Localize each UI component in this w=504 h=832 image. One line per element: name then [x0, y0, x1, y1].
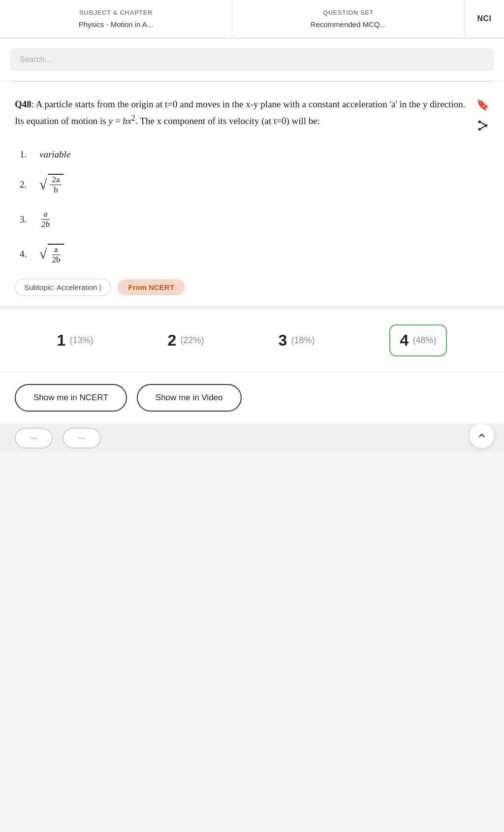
answer-num-1: 1 [57, 331, 66, 350]
action-buttons: Show me in NCERT Show me in Video [0, 371, 504, 423]
svg-point-2 [478, 128, 480, 130]
svg-line-4 [480, 126, 484, 128]
ncert-badge[interactable]: From NCERT [118, 279, 185, 295]
svg-point-0 [478, 121, 480, 123]
answer-num-4: 4 [400, 331, 409, 350]
chevron-up-button[interactable] [470, 423, 494, 448]
option-2-expr: √ 2a b [39, 174, 63, 195]
tab-subject-chapter[interactable]: Subject & Chapter Physics - Motion in A.… [0, 0, 232, 37]
answer-num-2: 2 [168, 331, 177, 350]
svg-line-3 [480, 123, 484, 125]
answer-num-3: 3 [279, 331, 287, 350]
question-text: Q48: A particle starts from the origin a… [15, 96, 476, 129]
header-tabs: Subject & Chapter Physics - Motion in A.… [0, 0, 504, 38]
answer-option-4[interactable]: 4 (48%) [389, 324, 447, 356]
bookmark-icon[interactable]: 🔖 [476, 98, 489, 111]
answer-pct-3: (18%) [291, 335, 315, 346]
share-icon[interactable] [476, 119, 489, 135]
answer-pct-2: (22%) [180, 335, 204, 346]
search-bar-area: Search... [0, 38, 504, 81]
denom-2: b [52, 185, 60, 195]
search-placeholder: Search... [20, 55, 51, 64]
bottom-partial: ··· ··· [0, 423, 504, 453]
question-card: Q48: A particle starts from the origin a… [0, 82, 504, 306]
search-box[interactable]: Search... [10, 48, 494, 71]
numer-4: a [52, 245, 60, 255]
bottom-btn-1[interactable]: ··· [15, 428, 53, 448]
option-3[interactable]: 3. a 2b [20, 209, 489, 230]
option-4[interactable]: 4. √ a 2b [20, 244, 489, 265]
option-1-text: variable [39, 149, 70, 160]
option-2-num: 2. [20, 179, 34, 190]
answer-option-3[interactable]: 3 (18%) [279, 331, 315, 350]
option-2[interactable]: 2. √ 2a b [20, 174, 489, 195]
tab-question-set-label: Question Set [242, 9, 454, 16]
option-3-num: 3. [20, 214, 34, 225]
question-actions: 🔖 [476, 98, 489, 135]
fraction-4: a 2b [50, 245, 62, 265]
option-2-inner: 2a b [48, 174, 63, 195]
option-4-num: 4. [20, 249, 34, 259]
option-3-expr: a 2b [39, 209, 52, 230]
answer-pct-4: (48%) [412, 335, 436, 346]
tab-subject-chapter-label: Subject & Chapter [10, 9, 222, 16]
subtopic-row: Subtopic: Acceleration | From NCERT [15, 279, 489, 296]
answer-option-1[interactable]: 1 (13%) [57, 331, 94, 350]
fraction-2: 2a b [50, 175, 62, 195]
answer-option-2[interactable]: 2 (22%) [168, 331, 204, 350]
question-number: Q48 [15, 99, 32, 109]
subtopic-label: Subtopic: Acceleration | [15, 279, 111, 296]
show-ncert-button[interactable]: Show me in NCERT [15, 384, 127, 412]
sqrt-symbol-2: √ [39, 178, 47, 192]
option-4-inner: a 2b [48, 244, 64, 265]
tab-ncert-label: NCI [477, 14, 491, 23]
denom-4: 2b [50, 255, 62, 265]
answer-pct-1: (13%) [69, 335, 93, 346]
denom-3: 2b [39, 220, 52, 229]
options-list: 1. variable 2. √ 2a b 3. a 2 [15, 149, 489, 265]
question-header: Q48: A particle starts from the origin a… [15, 96, 489, 135]
tab-question-set[interactable]: Question Set Recommended MCQ... [232, 0, 465, 37]
option-1[interactable]: 1. variable [20, 149, 489, 160]
tab-ncert[interactable]: NCI [465, 0, 504, 37]
option-1-num: 1. [20, 149, 34, 160]
tab-question-set-value: Recommended MCQ... [242, 20, 454, 29]
bottom-btn-2[interactable]: ··· [63, 428, 100, 448]
show-video-button[interactable]: Show me in Video [137, 384, 242, 412]
answer-stats: 1 (13%) 2 (22%) 3 (18%) 4 (48%) [0, 306, 504, 371]
sqrt-symbol-4: √ [39, 247, 47, 261]
tab-subject-chapter-value: Physics - Motion in A... [10, 20, 222, 29]
bottom-area: ··· ··· [0, 423, 504, 453]
fraction-3: a 2b [39, 209, 52, 230]
numer-2: 2a [50, 175, 62, 185]
option-4-expr: √ a 2b [39, 244, 64, 265]
numer-3: a [41, 209, 50, 220]
